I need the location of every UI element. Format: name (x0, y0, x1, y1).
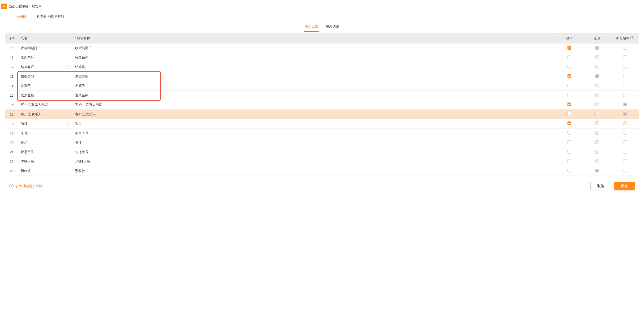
show-checkbox[interactable] (568, 150, 571, 154)
field-settings-table: 序号 列名 *显示名称 显示 必录 不可编辑? 10收款到期日收款到期日11收款… (5, 33, 639, 176)
help-icon[interactable]: ? (9, 184, 14, 188)
readonly-checkbox[interactable] (623, 159, 627, 163)
show-checkbox[interactable] (568, 74, 571, 78)
row-colname: 发票金额 (18, 91, 73, 100)
row-display-name[interactable]: 步骤1人员 (73, 157, 556, 166)
table-row: 10收款到期日收款到期日 (5, 44, 639, 53)
required-checkbox (595, 74, 599, 78)
row-seq: 13 (5, 72, 18, 81)
row-seq: 15 (5, 91, 18, 100)
expand-panel-button[interactable] (1, 4, 7, 9)
required-checkbox (595, 131, 599, 135)
table-row: 14发票号发票号 (5, 81, 639, 91)
row-colname: 收款条件 (18, 53, 73, 62)
save-button[interactable]: 保存 (614, 182, 635, 190)
show-checkbox[interactable] (568, 93, 571, 97)
main-tabs: 表头区表体区-销货单明细 (1, 12, 643, 21)
table-row: 11收款条件收款条件 (5, 53, 639, 62)
help-icon[interactable]: ? (630, 36, 634, 40)
readonly-checkbox[interactable] (623, 46, 627, 50)
show-checkbox[interactable] (568, 46, 571, 50)
show-checkbox[interactable] (568, 140, 571, 144)
row-seq: 18 (5, 119, 18, 128)
row-seq: 22 (5, 157, 18, 166)
readonly-checkbox (623, 122, 627, 125)
row-display-name[interactable]: 客户.主联系人 (73, 110, 556, 119)
row-seq: 20 (5, 138, 18, 148)
col-display-header: *显示名称 (73, 33, 556, 44)
row-seq: 14 (5, 81, 18, 91)
row-display-name[interactable]: 收款条件 (73, 53, 556, 62)
required-checkbox (595, 102, 599, 106)
table-row: 18项目+项目 (5, 119, 639, 128)
row-display-name[interactable]: 项目.车号 (73, 128, 556, 138)
row-display-name[interactable]: 发票号 (73, 81, 556, 91)
row-seq: 21 (5, 148, 18, 157)
row-display-name[interactable]: 客户.主联系人电话 (73, 100, 556, 110)
col-readonly-header: 不可编辑? (611, 33, 639, 44)
row-display-name[interactable]: 收款到期日 (73, 44, 556, 53)
row-colname: 备注 (18, 138, 73, 148)
row-display-name[interactable]: 票据类型 (73, 72, 556, 81)
table-row: 22步骤人员步骤1人员 (5, 157, 639, 166)
readonly-checkbox (623, 102, 627, 106)
row-seq: 12 (5, 62, 18, 72)
required-checkbox (595, 93, 599, 97)
cancel-button[interactable]: 取消 (590, 182, 611, 190)
readonly-checkbox[interactable] (623, 74, 627, 78)
row-seq: 23 (5, 166, 18, 176)
show-checkbox[interactable] (568, 131, 571, 135)
required-checkbox (595, 140, 599, 144)
gear-icon (15, 184, 18, 188)
readonly-checkbox[interactable] (623, 93, 627, 97)
row-colname: 客户.主联系人 (18, 110, 73, 119)
required-checkbox (595, 65, 599, 68)
show-checkbox[interactable] (568, 112, 571, 116)
required-checkbox (595, 112, 599, 116)
row-seq: 11 (5, 53, 18, 62)
readonly-checkbox[interactable] (623, 131, 627, 135)
sub-tab-0[interactable]: 字段设置 (304, 24, 319, 32)
row-seq: 16 (5, 100, 18, 110)
show-checkbox[interactable] (568, 55, 571, 59)
required-checkbox (595, 169, 599, 172)
row-display-name[interactable]: 发票金额 (73, 91, 556, 100)
table-row: 20备注备注 (5, 138, 639, 148)
table-row: 13票据类型票据类型 (5, 72, 639, 81)
row-display-name[interactable]: 备注 (73, 138, 556, 148)
show-checkbox[interactable] (568, 169, 571, 172)
sub-tab-1[interactable]: 布局调整 (325, 24, 340, 32)
required-checkbox (595, 84, 599, 88)
row-display-name[interactable]: 项目 (73, 119, 556, 128)
required-checkbox (595, 55, 599, 59)
show-checkbox[interactable] (568, 159, 571, 163)
add-sub-field-button[interactable]: + (66, 65, 70, 70)
readonly-checkbox[interactable] (623, 65, 627, 68)
row-colname: 收款到期日 (18, 44, 73, 53)
row-display-name[interactable]: 预收款 (73, 166, 556, 176)
row-colname: 发票号 (18, 81, 73, 91)
add-sub-field-button[interactable]: + (66, 122, 70, 126)
tab-0[interactable]: 表头区 (12, 12, 32, 21)
show-checkbox[interactable] (568, 102, 571, 106)
row-colname: 步骤人员 (18, 157, 73, 166)
row-colname: 预收款 (18, 166, 73, 176)
table-row: 16客户.主联系人电话客户.主联系人电话 (5, 100, 639, 110)
show-checkbox[interactable] (568, 122, 571, 125)
readonly-checkbox[interactable] (623, 55, 627, 59)
row-colname: 结算客户+ (18, 62, 73, 72)
readonly-checkbox[interactable] (623, 140, 627, 144)
row-seq: 17 (5, 110, 18, 119)
table-row: 12结算客户+结算客户 (5, 62, 639, 72)
manage-custom-fields-link[interactable]: 管理自定义字段 (15, 184, 42, 188)
row-display-name[interactable]: 快递单号 (73, 148, 556, 157)
readonly-checkbox[interactable] (623, 84, 627, 88)
required-checkbox (595, 159, 599, 163)
tab-1[interactable]: 表体区-销货单明细 (32, 12, 69, 21)
table-row: 21快递单号快递单号 (5, 148, 639, 157)
readonly-checkbox[interactable] (623, 150, 627, 154)
show-checkbox[interactable] (568, 84, 571, 88)
show-checkbox[interactable] (568, 65, 571, 68)
readonly-checkbox[interactable] (623, 169, 627, 172)
row-display-name[interactable]: 结算客户 (73, 62, 556, 72)
